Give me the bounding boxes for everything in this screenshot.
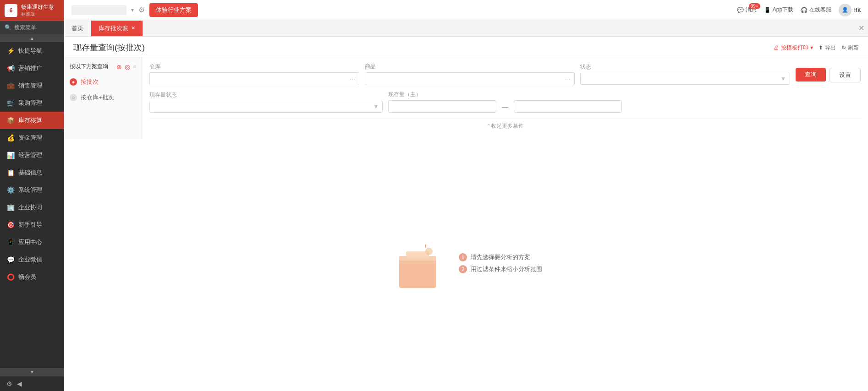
product-input[interactable] [369,76,563,82]
stock-qty-min-input[interactable] [392,103,492,110]
sidebar-item-label: 基础信息 [18,168,42,177]
collapse-sidebar-icon[interactable]: ◀ [17,380,22,387]
sidebar-header: 6 畅康通好生意 标准版 [0,0,64,21]
tabs-close-button[interactable]: ✕ [858,24,864,33]
sidebar-item-operations[interactable]: 📊 经营管理 [0,147,64,164]
stock-status-field: 现存量状态 ▼ [149,91,383,113]
sidebar-item-label: 采购管理 [18,99,42,107]
warehouse-dots-icon[interactable]: ··· [350,75,355,82]
filter-sidebar-actions: ⊕ ◎ « [116,63,136,71]
sidebar-item-wechat[interactable]: 💬 企业微信 [0,251,64,268]
sidebar-item-enterprise[interactable]: 🏢 企业协同 [0,199,64,216]
stock-qty-label: 现存量（主） [388,91,621,98]
user-name: Rit [853,6,861,13]
stock-qty-min-wrap[interactable] [388,100,496,113]
sidebar-item-label: 应用中心 [18,238,42,246]
product-input-wrap[interactable]: ··· [365,72,575,85]
filter-sidebar: 按以下方案查询 ⊕ ◎ « ● 按批次 ○ 按仓库+批次 [64,57,142,139]
tab-inventory-batch[interactable]: 库存批次账 ✕ [91,21,143,36]
filter-add-icon[interactable]: ⊕ [116,63,122,71]
sidebar-item-finance[interactable]: 💰 资金管理 [0,129,64,147]
filter-sidebar-collapse-icon[interactable]: « [133,63,136,71]
product-field: 商品 ··· [365,63,575,85]
warehouse-input[interactable] [154,76,348,82]
query-button[interactable]: 查询 [796,68,826,81]
avatar: 👤 [839,4,852,16]
sidebar-item-app-center[interactable]: 📱 应用中心 [0,234,64,251]
filter-panel: 按以下方案查询 ⊕ ◎ « ● 按批次 ○ 按仓库+批次 [64,57,868,139]
topbar-actions: 💬 消息 99+ 📱 App下载 🎧 在线客服 👤 Rit [737,4,861,16]
topbar-gear-icon[interactable]: ⚙ [138,5,145,14]
sales-icon: 💼 [6,81,15,90]
message-action[interactable]: 💬 消息 99+ [737,6,757,14]
sidebar-item-label: 系统管理 [18,186,42,194]
stock-qty-field: 现存量（主） — [388,91,621,113]
marketing-icon: 📢 [6,64,15,72]
stock-qty-max-wrap[interactable] [514,100,622,113]
filter-item-by-batch[interactable]: ● 按批次 [64,74,142,90]
basic-icon: 📋 [6,168,15,177]
user-profile[interactable]: 👤 Rit [839,4,861,16]
sidebar-search-label: 搜索菜单 [14,24,36,32]
page-header-actions: 🖨 按模板打印 ▾ ⬆ 导出 ↻ 刷新 [774,44,859,52]
sidebar-search[interactable]: 🔍 搜索菜单 [0,21,64,34]
tab-home[interactable]: 首页 [64,21,91,36]
sidebar-item-purchase[interactable]: 🛒 采购管理 [0,94,64,112]
status-chevron-icon: ▼ [780,76,786,82]
sidebar-item-marketing[interactable]: 📢 营销推广 [0,60,64,77]
collapse-label: 收起更多条件 [491,122,524,130]
tab-home-label: 首页 [71,24,83,33]
print-button[interactable]: 🖨 按模板打印 ▾ [774,44,813,52]
sidebar-item-label: 资金管理 [18,134,42,142]
topbar-search-input[interactable] [71,5,126,15]
experience-button[interactable]: 体验行业方案 [149,3,198,17]
sidebar: 6 畅康通好生意 标准版 🔍 搜索菜单 ▲ ⚡ 快捷导航 📢 营销推广 💼 销售… [0,0,64,391]
sidebar-item-label: 快捷导航 [18,47,42,55]
app-download-label: App下载 [773,6,793,14]
empty-step-2: 2 用过滤条件来缩小分析范围 [459,265,542,273]
sidebar-item-basic[interactable]: 📋 基础信息 [0,164,64,181]
filter-item-batch-label: 按批次 [81,78,99,86]
filter-item-by-warehouse-batch[interactable]: ○ 按仓库+批次 [64,90,142,105]
settings-button[interactable]: 设置 [830,68,861,82]
stock-qty-max-input[interactable] [518,103,618,110]
search-icon: 🔍 [5,24,11,31]
sidebar-item-label: 企业微信 [18,255,42,264]
tabs-bar: 首页 库存批次账 ✕ ✕ [64,20,868,37]
sidebar-item-member[interactable]: ⭕ 畅会员 [0,268,64,286]
product-dots-icon[interactable]: ··· [565,75,571,82]
sidebar-footer: ⚙ ◀ [0,376,64,391]
filter-sidebar-header: 按以下方案查询 ⊕ ◎ « [64,63,142,74]
step-2-text: 用过滤条件来缩小分析范围 [471,265,542,273]
wechat-icon: 💬 [6,255,15,264]
newbie-icon: 🎯 [6,221,15,229]
tab-close-icon[interactable]: ✕ [131,25,135,31]
sidebar-nav: ⚡ 快捷导航 📢 营销推广 💼 销售管理 🛒 采购管理 📦 库存核算 💰 资金管… [0,42,64,368]
sidebar-scroll-up[interactable]: ▲ [0,34,64,42]
print-icon: 🖨 [774,44,779,51]
stock-status-select[interactable]: ▼ [149,101,383,113]
settings-icon[interactable]: ⚙ [6,380,12,387]
sidebar-item-sales[interactable]: 💼 销售管理 [0,77,64,94]
inventory-icon: 📦 [6,116,15,125]
sidebar-item-newbie[interactable]: 🎯 新手引导 [0,216,64,234]
export-button[interactable]: ⬆ 导出 [819,44,836,52]
topbar: ▾ ⚙ 体验行业方案 💬 消息 99+ 📱 App下载 🎧 在线客服 👤 [64,0,868,20]
empty-step-1: 1 请先选择要分析的方案 [459,253,542,261]
page-title: 现存量查询(按批次) [73,42,145,53]
filter-settings-icon[interactable]: ◎ [125,63,130,71]
filter-collapse-row[interactable]: ⌃ 收起更多条件 [149,118,861,134]
sidebar-scroll-down[interactable]: ▼ [0,368,64,376]
export-label: 导出 [825,44,836,52]
warehouse-input-wrap[interactable]: ··· [149,72,359,85]
refresh-button[interactable]: ↻ 刷新 [841,44,859,52]
filter-item-warehouse-batch-label: 按仓库+批次 [81,93,114,102]
sidebar-item-quick-nav[interactable]: ⚡ 快捷导航 [0,42,64,60]
app-download-action[interactable]: 📱 App下载 [764,6,793,14]
online-service-action[interactable]: 🎧 在线客服 [801,6,831,14]
sidebar-item-inventory[interactable]: 📦 库存核算 [0,112,64,129]
topbar-chevron-icon[interactable]: ▾ [131,7,134,13]
export-icon: ⬆ [819,44,823,51]
status-select[interactable]: ▼ [580,73,790,85]
sidebar-item-system[interactable]: ⚙️ 系统管理 [0,181,64,199]
